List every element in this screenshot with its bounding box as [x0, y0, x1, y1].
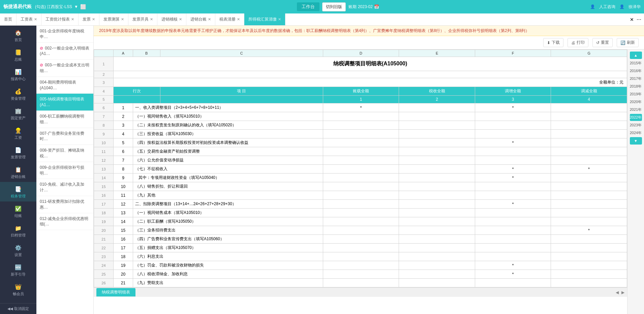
sidebar-label-purchase-sales: 进销台账 — [11, 174, 26, 179]
sidebar-item-checkout[interactable]: ✅ 结账 — [0, 201, 36, 221]
left-panel-item-004[interactable]: 004-期间费用明细表(A1040… — [36, 77, 93, 94]
left-panel-item-007[interactable]: 007-广告费和业务宣传费时… — [36, 128, 93, 145]
year-up-button[interactable]: ▲ — [630, 52, 642, 59]
sidebar-item-guide[interactable]: 🆕 新手引导 — [0, 260, 36, 280]
sidebar-item-settings[interactable]: ⚙️ 设置 — [0, 241, 36, 260]
tab-jinxiao-check[interactable]: 进销稽核 ✕ — [157, 13, 186, 25]
tab-invoice-close[interactable]: ✕ — [92, 17, 95, 22]
table-row: 26 21 （九）赞助支出 — [94, 279, 627, 287]
year-2022[interactable]: 2022年 — [630, 114, 642, 121]
close-all-icon[interactable]: ✕ — [630, 17, 634, 22]
dropdown-icon[interactable]: ▼ — [74, 4, 78, 9]
table-row: 20 15 （三）业务招待费支出 * — [94, 226, 627, 235]
tab-income-tax[interactable]: 所得税汇算清缴 ✕ — [244, 13, 285, 25]
sidebar-item-tax[interactable]: 📑 税务管理 — [0, 182, 36, 201]
tab-invoice-open[interactable]: 发票开具 ✕ — [128, 13, 157, 25]
sidebar-item-purchase-sales[interactable]: 📋 进销台账 — [0, 162, 36, 182]
sidebar-label-checkout: 结账 — [14, 213, 22, 218]
left-panel-item-012[interactable]: 012-减免企业所得税优惠明细(… — [36, 213, 93, 230]
reset-button[interactable]: ↺ 重置 — [592, 38, 613, 47]
left-panel-item-003[interactable]: ⊘ 003-一般企业成本支出明细… — [36, 60, 93, 77]
user-name[interactable]: 徐泽华 — [628, 4, 641, 10]
scroll-left-icon[interactable]: ◀ — [616, 290, 619, 295]
sidebar-item-report[interactable]: 📊 报表中心 — [0, 65, 36, 84]
pin-button[interactable]: ◀◀ 取消固定 — [0, 304, 36, 314]
workbench-button[interactable]: 工作台 — [297, 2, 319, 11]
year-2018[interactable]: 2018年 — [630, 83, 642, 90]
sidebar-item-salary[interactable]: 👷 工资 — [0, 123, 36, 143]
sidebar: 🏠 首页 📒 总账 📊 报表中心 💰 资金管理 🏢 固定资产 👷 工资 📄 发票… — [0, 26, 36, 314]
refresh-button[interactable]: 🔄 刷新 — [617, 38, 639, 47]
tab-invoice-calc-label: 发票测算 — [103, 17, 120, 22]
tab-invoice[interactable]: 发票 ✕ — [79, 13, 99, 25]
table-row: 15 10 （八）销售折扣、折让和退回 — [94, 182, 627, 191]
sidebar-item-invoice-mgmt[interactable]: 📄 发票管理 — [0, 143, 36, 162]
col-e-header: E — [399, 50, 475, 57]
year-2017[interactable]: 2017年 — [630, 75, 642, 82]
left-panel-item-005[interactable]: 005-纳税调整项目明细表(A1… — [36, 94, 93, 111]
left-panel-label-011: 011-研发费用加计扣除优惠… — [40, 199, 84, 210]
company-selector: (勾选) 江西股宝-LSS ▼ ⬜ — [35, 4, 86, 10]
assets-icon: 🏢 — [15, 108, 22, 114]
tab-salary-report[interactable]: 工资统计报表 ✕ — [41, 13, 79, 25]
tab-income-tax-close[interactable]: ✕ — [278, 17, 281, 22]
sidebar-item-archive[interactable]: 📁 归档管理 — [0, 221, 36, 241]
sidebar-label-archive: 归档管理 — [11, 233, 26, 238]
sidebar-item-vip[interactable]: 👑 畅会员 — [0, 280, 36, 299]
year-2020[interactable]: 2020年 — [630, 98, 642, 105]
left-panel-item-006[interactable]: 006-职工薪酬纳税调整明细… — [36, 111, 93, 128]
tab-invoice-calc-close[interactable]: ✕ — [121, 17, 124, 22]
calendar-icon[interactable]: 📅 — [374, 4, 379, 9]
tab-salary[interactable]: 工资表 ✕ — [17, 13, 41, 25]
left-panel-item-010[interactable]: 010-免税、减计收入及加计… — [36, 179, 93, 196]
sidebar-item-ledger[interactable]: 📒 总账 — [0, 45, 36, 65]
print-button[interactable]: 🖨 打印 — [568, 38, 588, 47]
left-panel-label-002: 002-一般企业收入明细表(A1… — [40, 46, 89, 56]
tab-tax-register-close[interactable]: ✕ — [237, 17, 240, 22]
table-row: 8 3 （二）未按权责发生制原则确认的收入（填写A105020） — [94, 121, 627, 130]
left-panel-item-011[interactable]: 011-研发费用加计扣除优惠… — [36, 196, 93, 213]
col-g-header: G — [551, 50, 627, 57]
table-title: 纳税调整项目明细表(A105000) — [113, 57, 627, 71]
tab-jinxiao-check-close[interactable]: ✕ — [179, 17, 182, 22]
tab-salary-close[interactable]: ✕ — [34, 17, 37, 22]
sidebar-item-finance[interactable]: 💰 资金管理 — [0, 84, 36, 104]
tab-invoice-calc[interactable]: 发票测算 ✕ — [99, 13, 128, 25]
left-panel-label-008: 008-资产折旧、摊销及纳税… — [40, 148, 84, 158]
year-2019[interactable]: 2019年 — [630, 91, 642, 98]
download-button[interactable]: ⬇ 下载 — [543, 38, 563, 47]
bottom-tab-adjust[interactable]: 纳税调整明细表 — [96, 288, 135, 296]
left-panel-item-008[interactable]: 008-资产折旧、摊销及纳税… — [36, 145, 93, 162]
left-panel-item-002[interactable]: ⊘ 002-一般企业收入明细表(A1… — [36, 43, 93, 60]
year-down-button[interactable]: ▼ — [630, 137, 642, 145]
year-2021[interactable]: 2021年 — [630, 106, 642, 113]
table-row: 11 6 （五）交易性金融资产初始投资调整 — [94, 147, 627, 156]
table-row: 14 9 其中：专项用途财政性资金（填写A105040） * — [94, 174, 627, 182]
tab-salary-report-close[interactable]: ✕ — [71, 17, 74, 22]
service-button[interactable]: 人工咨询 — [599, 4, 615, 10]
tab-bar-actions: ✕ ⋯ — [627, 13, 644, 25]
left-panel-item-009[interactable]: 009-企业所得税弥补亏损明… — [36, 162, 93, 179]
tab-jinxiao-account[interactable]: 进销台账 ✕ — [186, 13, 215, 25]
tab-invoice-open-close[interactable]: ✕ — [150, 17, 153, 22]
reset-icon: ↺ — [596, 40, 600, 45]
row-1-num: 1 — [94, 57, 114, 71]
left-panel-item-001[interactable]: 001-企业所得税年度纳税申… — [36, 26, 93, 43]
guide-icon: 🆕 — [15, 264, 22, 271]
download-icon: ⬇ — [547, 40, 550, 45]
copy-icon[interactable]: ⬜ — [80, 4, 86, 9]
tiaozeng-header: 调增全额 — [475, 87, 551, 96]
year-2024[interactable]: 2024年 — [630, 129, 642, 136]
tab-tax-register[interactable]: 税表清册 ✕ — [215, 13, 244, 25]
year-2023[interactable]: 2023年 — [630, 122, 642, 129]
sidebar-item-assets[interactable]: 🏢 固定资产 — [0, 104, 36, 123]
tab-home[interactable]: 首页 — [0, 13, 17, 25]
sidebar-item-home[interactable]: 🏠 首页 — [0, 26, 36, 45]
old-version-button[interactable]: 切到旧版 — [322, 2, 346, 11]
tab-jinxiao-account-close[interactable]: ✕ — [208, 17, 211, 22]
year-2015[interactable]: 2015年 — [630, 60, 642, 67]
more-icon[interactable]: ⋯ — [637, 17, 641, 22]
table-row: 23 18 （六）利息支出 — [94, 252, 627, 261]
scroll-right-icon[interactable]: ▶ — [621, 290, 624, 295]
year-2016[interactable]: 2016年 — [630, 67, 642, 74]
